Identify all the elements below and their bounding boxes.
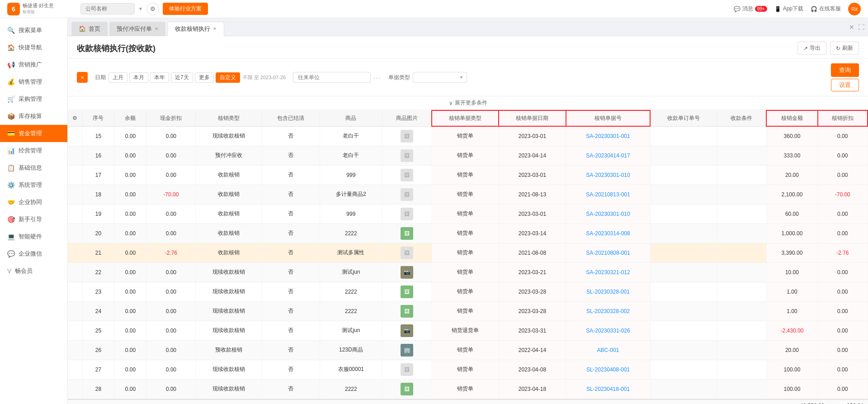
tab-write-off-label: 收款核销执行 [175, 25, 210, 33]
app-logo: 6 [7, 3, 20, 15]
filter-settings-btn[interactable]: 设置 [831, 79, 859, 91]
cell-settled: 否 [262, 301, 320, 321]
cell-goods: 2222 [320, 223, 382, 243]
logo-text-area: 畅捷通·好生意 标准版 [23, 3, 54, 14]
sidebar-item-sales[interactable]: 💰 销售管理 [0, 73, 67, 90]
cell-cash-discount: 0.00 [146, 262, 196, 282]
cell-write-off-discount: 0.00 [818, 282, 868, 301]
cell-bill-no: ABC-001 [566, 340, 651, 360]
company-selector[interactable]: 公司名称 [80, 3, 135, 14]
sidebar-item-member[interactable]: V 畅会员 [0, 262, 67, 280]
nav-service[interactable]: 🎧 在线客服 [811, 5, 841, 13]
cell-settings [68, 321, 82, 340]
date-btn-custom[interactable]: 自定义 [216, 72, 240, 83]
cell-receipt-order-no [650, 204, 717, 223]
sidebar-item-search[interactable]: 🔍 搜索菜单 [0, 22, 67, 39]
sidebar-item-operation[interactable]: 📊 经营管理 [0, 142, 67, 159]
partner-input[interactable] [293, 72, 371, 83]
sidebar-item-corp[interactable]: 🤝 企业协同 [0, 194, 67, 211]
cell-write-off-type: 预付冲应收 [196, 146, 262, 165]
bill-type-select[interactable] [413, 72, 467, 83]
system-icon: ⚙️ [7, 181, 15, 189]
cell-bill-no: SA-20230314-008 [566, 223, 651, 243]
cell-write-off-discount: 0.00 [818, 146, 868, 165]
cell-bill-date: 2023-03-01 [499, 204, 566, 223]
window-close-btn[interactable]: ✕ [849, 24, 854, 31]
nav-message[interactable]: 💬 消息 99+ [734, 5, 767, 13]
cell-settings [68, 204, 82, 223]
sidebar-label-guide: 新手引导 [19, 215, 42, 223]
sidebar-item-shortcut[interactable]: 🏠 快捷导航 [0, 39, 67, 56]
sidebar-item-system[interactable]: ⚙️ 系统管理 [0, 176, 67, 194]
main-layout: 🔍 搜索菜单 🏠 快捷导航 📢 营销推广 💰 销售管理 🛒 采购管理 📦 库存核… [0, 18, 868, 404]
cell-bill-type: 销货单 [432, 282, 499, 301]
tab-prepay-label: 预付冲应付单 [117, 25, 152, 33]
cell-goods: 衣服00001 [320, 360, 382, 379]
search-icon: 🔍 [7, 27, 15, 34]
cell-receipt-order-no [650, 146, 717, 165]
col-settings[interactable]: ⚙ [68, 110, 82, 126]
sidebar-item-basic[interactable]: 📋 基础信息 [0, 159, 67, 176]
cell-cash-discount: 0.00 [146, 321, 196, 340]
cell-balance: 0.00 [114, 146, 146, 165]
tab-home[interactable]: 🏠 首页 [71, 22, 108, 36]
sidebar-item-purchase[interactable]: 🛒 采购管理 [0, 90, 67, 108]
cell-settings [68, 185, 82, 204]
cell-settled: 否 [262, 282, 320, 301]
company-dropdown-icon[interactable]: ▼ [138, 6, 143, 11]
col-write-off-type: 核销类型 [196, 110, 262, 126]
col-receipt-condition: 收款条件 [717, 110, 767, 126]
col-balance: 余额 [114, 110, 146, 126]
settings-gear-btn[interactable]: ⚙ [146, 3, 159, 15]
sidebar-label-member: 畅会员 [15, 267, 33, 275]
cell-write-off-type: 收款核销 [196, 165, 262, 185]
sidebar-item-marketing[interactable]: 📢 营销推广 [0, 56, 67, 73]
cell-bill-date: 2023-03-01 [499, 126, 566, 146]
tab-write-off[interactable]: 收款核销执行 ✕ [167, 22, 224, 36]
tab-write-off-close[interactable]: ✕ [213, 26, 217, 31]
cell-cash-discount: 0.00 [146, 360, 196, 379]
refresh-btn[interactable]: ↻ 刷新 [830, 42, 859, 55]
sidebar-item-hardware[interactable]: 💻 智能硬件 [0, 228, 67, 245]
cell-settings [68, 301, 82, 321]
query-btn[interactable]: 查询 [831, 63, 859, 77]
sidebar-item-wechat[interactable]: 💬 企业微信 [0, 245, 67, 262]
user-avatar[interactable]: Rit [848, 3, 861, 15]
table-row: 24 0.00 0.00 现续收款核销 否 2222 🖼 销货单 2023-03… [68, 301, 868, 321]
filter-expand-btn[interactable]: » [77, 72, 88, 83]
nav-app-download[interactable]: 📱 App下载 [774, 5, 803, 13]
table-body: 15 0.00 0.00 现续收款核销 否 老白干 🖼 销货单 2023-03-… [68, 126, 868, 399]
cell-receipt-condition [717, 301, 767, 321]
cell-receipt-order-no [650, 282, 717, 301]
sidebar-item-guide[interactable]: 🎯 新手引导 [0, 211, 67, 228]
cell-seq: 19 [82, 204, 114, 223]
date-btn-this-year[interactable]: 本年 [150, 72, 169, 83]
basic-icon: 📋 [7, 164, 15, 171]
cell-write-off-discount: -70.00 [818, 185, 868, 204]
cell-goods-img: 🖼 [382, 223, 432, 243]
cell-settings [68, 223, 82, 243]
tab-prepay-close[interactable]: ✕ [155, 26, 158, 31]
tab-prepay[interactable]: 预付冲应付单 ✕ [109, 22, 165, 36]
date-btn-7days[interactable]: 近7天 [171, 72, 193, 83]
sidebar-label-finance: 资金管理 [19, 129, 42, 138]
filter-date-group: 日期 上月 本月 本年 近7天 更多 自定义 不限 至 2023-07-26 [95, 72, 286, 83]
corp-icon: 🤝 [7, 199, 15, 206]
table-row: 16 0.00 0.00 预付冲应收 否 老白干 🖼 销货单 2023-04-1… [68, 146, 868, 165]
cell-receipt-condition [717, 282, 767, 301]
industry-btn[interactable]: 体验行业方案 [163, 3, 208, 15]
date-btn-more[interactable]: 更多 [195, 72, 214, 83]
export-btn[interactable]: ↗ 导出 [797, 42, 826, 55]
cell-receipt-order-no [650, 340, 717, 360]
cell-goods-img: 🏢 [382, 340, 432, 360]
sidebar-item-inventory[interactable]: 📦 库存核算 [0, 108, 67, 125]
cell-goods-img: 🖼 [382, 204, 432, 223]
sidebar-item-finance[interactable]: 💳 资金管理 [0, 125, 67, 142]
cell-bill-no: SA-20230414-017 [566, 146, 651, 165]
purchase-icon: 🛒 [7, 95, 15, 103]
date-btn-this-month[interactable]: 本月 [129, 72, 148, 83]
cell-bill-type: 销货单 [432, 204, 499, 223]
expand-more-btn[interactable]: ∨ 展开更多条件 [449, 99, 487, 107]
date-btn-last-month[interactable]: 上月 [108, 72, 127, 83]
window-maximize-btn[interactable]: ⛶ [858, 24, 864, 31]
